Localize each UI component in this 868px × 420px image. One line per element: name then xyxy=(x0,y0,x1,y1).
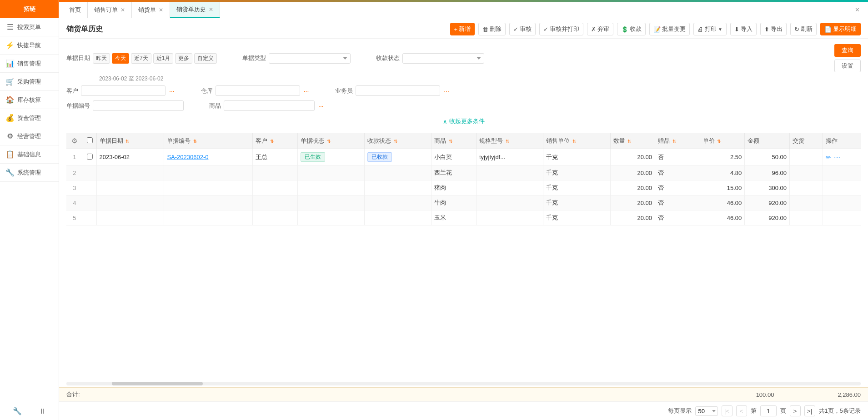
tab-home[interactable]: 首页 xyxy=(63,2,88,18)
filter-payment-status: 收款状态 xyxy=(376,53,484,64)
query-button[interactable]: 查询 xyxy=(834,44,861,57)
shortcut-yesterday[interactable]: 昨天 xyxy=(93,53,110,64)
col-payment-status[interactable]: 收款状态 ⇅ xyxy=(365,133,431,149)
last-page-button[interactable]: >| xyxy=(804,405,815,416)
sidebar-item-label: 快捷导航 xyxy=(17,41,41,50)
shortcut-1month[interactable]: 近1月 xyxy=(153,53,174,64)
salesperson-ellipsis[interactable]: ··· xyxy=(443,87,450,95)
window-close-button[interactable]: ✕ xyxy=(850,6,864,13)
col-unit-price[interactable]: 单价 ⇅ xyxy=(700,133,745,149)
filter-settings-button[interactable]: 设置 xyxy=(834,60,861,72)
col-unit[interactable]: 销售单位 ⇅ xyxy=(543,133,610,149)
cell-action xyxy=(823,210,861,225)
sidebar-item-finance[interactable]: 💰 资金管理 xyxy=(0,109,59,127)
audit-print-button[interactable]: ✓ 审核并打印 xyxy=(539,23,583,35)
more-icon[interactable]: ⋯ xyxy=(834,154,840,161)
tab-sales-history-close[interactable]: ✕ xyxy=(209,6,213,13)
export-icon: ⬆ xyxy=(764,26,769,33)
per-page-select[interactable]: 50 100 200 xyxy=(695,406,718,416)
select-all-checkbox[interactable] xyxy=(87,137,93,143)
detail-icon: 📄 xyxy=(824,26,832,33)
shortcut-more[interactable]: 更多 xyxy=(175,53,192,64)
cell-transaction xyxy=(790,165,823,180)
col-customer[interactable]: 客户 ⇅ xyxy=(253,133,298,149)
discard-button[interactable]: ✗ 弃审 xyxy=(587,23,613,35)
scrollbar-thumb[interactable] xyxy=(112,382,203,385)
add-button[interactable]: + 新增 xyxy=(450,23,475,35)
shortcut-7days[interactable]: 近7天 xyxy=(131,53,151,64)
sort-gift-icon: ⇅ xyxy=(672,139,676,144)
sidebar-item-operations[interactable]: ⚙ 经营管理 xyxy=(0,127,59,145)
sidebar-item-purchase-mgmt[interactable]: 🛒 采购管理 xyxy=(0,73,59,91)
next-page-button[interactable]: > xyxy=(790,405,801,416)
customer-input[interactable] xyxy=(81,85,166,96)
warehouse-input[interactable] xyxy=(216,85,300,96)
customer-label: 客户 xyxy=(66,87,78,95)
goods-ellipsis[interactable]: ··· xyxy=(317,102,325,110)
horizontal-scrollbar[interactable] xyxy=(66,382,861,385)
tab-sales-delivery-close[interactable]: ✕ xyxy=(159,7,163,13)
prev-page-button[interactable]: < xyxy=(736,405,747,416)
sidebar-item-search-menu[interactable]: ☰ 搜索菜单 xyxy=(0,18,59,36)
cell-doc-no xyxy=(164,180,253,195)
sidebar-item-quick-nav[interactable]: ⚡ 快捷导航 xyxy=(0,36,59,55)
first-page-button[interactable]: |< xyxy=(722,405,733,416)
audit-button[interactable]: ✓ 审核 xyxy=(509,23,536,35)
table-settings-icon[interactable]: ⚙ xyxy=(71,137,77,145)
col-spec[interactable]: 规格型号 ⇅ xyxy=(477,133,543,149)
shortcut-today[interactable]: 今天 xyxy=(112,53,129,64)
settings-icon[interactable]: 🔧 xyxy=(13,407,22,415)
payment-status-select[interactable] xyxy=(402,53,484,64)
sidebar-item-inventory[interactable]: 🏠 库存核算 xyxy=(0,91,59,109)
col-qty[interactable]: 数量 ⇅ xyxy=(610,133,655,149)
col-doc-date[interactable]: 单据日期 ⇅ xyxy=(96,133,164,149)
summary-amount: 2,286.00 xyxy=(838,391,861,398)
delete-button[interactable]: 🗑 删除 xyxy=(478,23,506,35)
print-button[interactable]: 🖨 打印 ▼ xyxy=(693,23,727,35)
export-button[interactable]: ⬆ 导出 xyxy=(760,23,787,35)
batch-change-button[interactable]: 📝 批量变更 xyxy=(649,23,690,35)
cell-payment-status xyxy=(365,195,431,210)
table-row: 3 猪肉 千克 20.00 否 15.00 300.00 xyxy=(66,180,861,195)
cell-amount: 96.00 xyxy=(745,165,790,180)
edit-icon[interactable]: ✏ xyxy=(826,154,831,161)
goods-input[interactable] xyxy=(224,100,315,111)
row-checkbox[interactable] xyxy=(87,154,93,160)
sidebar-item-system-mgmt[interactable]: 🔧 系统管理 xyxy=(0,164,59,182)
col-doc-no[interactable]: 单据编号 ⇅ xyxy=(164,133,253,149)
sidebar-item-sales-mgmt[interactable]: 📊 销售管理 xyxy=(0,55,59,73)
pause-icon[interactable]: ⏸ xyxy=(39,407,46,415)
sidebar-item-basic-info[interactable]: 📋 基础信息 xyxy=(0,145,59,164)
sidebar-item-label: 销售管理 xyxy=(17,60,41,68)
col-gift[interactable]: 赠品 ⇅ xyxy=(655,133,700,149)
tab-sales-history[interactable]: 销货单历史 ✕ xyxy=(170,2,220,18)
tab-sales-history-label: 销货单历史 xyxy=(176,5,206,14)
collapse-filter-button[interactable]: ∧ 收起更多条件 xyxy=(443,115,485,127)
col-gear[interactable]: ⚙ xyxy=(66,133,83,149)
cell-doc-status xyxy=(297,180,364,195)
salesperson-input[interactable] xyxy=(356,85,440,96)
import-button[interactable]: ⬇ 导入 xyxy=(730,23,757,35)
doc-no-link[interactable]: SA-20230602-0 xyxy=(167,154,208,160)
page-input[interactable] xyxy=(760,405,777,416)
tab-sales-order[interactable]: 销售订单 ✕ xyxy=(88,2,132,18)
doc-type-select[interactable] xyxy=(269,53,351,64)
doc-no-input[interactable] xyxy=(93,100,184,111)
col-goods[interactable]: 商品 ⇅ xyxy=(431,133,477,149)
warehouse-ellipsis[interactable]: ··· xyxy=(303,87,310,95)
shortcut-custom[interactable]: 自定义 xyxy=(194,53,217,64)
customer-ellipsis[interactable]: ··· xyxy=(168,87,176,95)
collect-button[interactable]: 💲 收款 xyxy=(617,23,646,35)
col-doc-status[interactable]: 单据状态 ⇅ xyxy=(297,133,364,149)
refresh-button[interactable]: ↻ 刷新 xyxy=(790,23,817,35)
cell-doc-date xyxy=(96,210,164,225)
tab-sales-delivery[interactable]: 销货单 ✕ xyxy=(132,2,170,18)
cell-transaction xyxy=(790,210,823,225)
cell-spec: tyjyjtyjdf... xyxy=(477,149,543,165)
sidebar-item-label: 经营管理 xyxy=(17,132,41,140)
filter-doc-no: 单据编号 xyxy=(66,100,184,111)
show-detail-button[interactable]: 📄 显示明细 xyxy=(820,23,861,35)
doc-no-label: 单据编号 xyxy=(66,102,90,110)
tab-sales-order-close[interactable]: ✕ xyxy=(120,7,125,13)
audit-icon: ✓ xyxy=(513,26,518,33)
